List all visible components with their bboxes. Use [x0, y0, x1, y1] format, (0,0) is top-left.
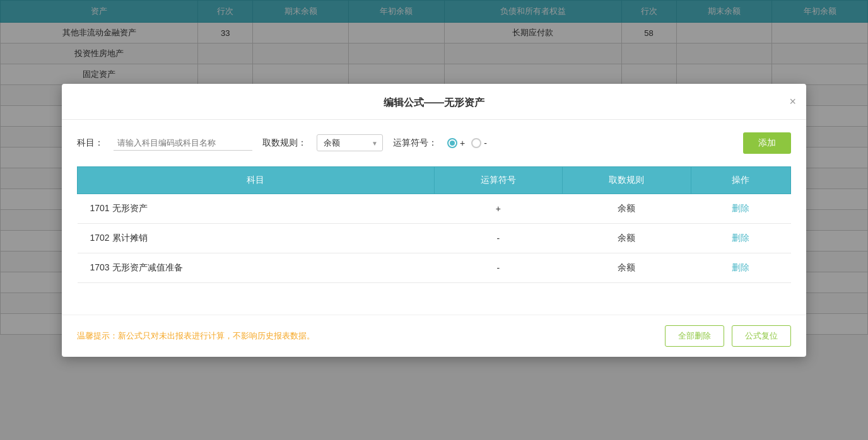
cell-action: 删除: [691, 253, 790, 282]
rule-select[interactable]: 余额 借方发生额 贷方发生额: [317, 134, 383, 151]
table-header-row: 科目 运算符号 取数规则 操作: [78, 166, 791, 194]
cell-action: 删除: [691, 223, 790, 253]
cell-subject: 1703 无形资产减值准备: [78, 253, 435, 282]
operator-label: 运算符号：: [393, 137, 437, 149]
delete-link[interactable]: 删除: [732, 203, 749, 213]
operator-plus-label: +: [460, 138, 465, 148]
cell-action: 删除: [691, 194, 790, 223]
modal-footer: 温馨提示：新公式只对未出报表进行计算，不影响历史报表数据。 全部删除 公式复位: [62, 315, 806, 357]
operator-minus-circle[interactable]: [471, 138, 481, 148]
table-row: 1703 无形资产减值准备-余额删除: [78, 253, 791, 282]
col-header-subject: 科目: [78, 166, 435, 194]
operator-plus-radio[interactable]: +: [447, 138, 465, 148]
operator-minus-label: -: [484, 138, 487, 148]
operator-minus-radio[interactable]: -: [471, 138, 487, 148]
modal-title: 编辑公式——无形资产: [384, 97, 484, 108]
cell-rule: 余额: [563, 253, 691, 282]
rule-label: 取数规则：: [262, 137, 307, 149]
cell-subject: 1701 无形资产: [78, 194, 435, 223]
col-header-operator: 运算符号: [434, 166, 563, 194]
modal-overlay: 编辑公式——无形资产 × 科目： 取数规则： 余额 借方发生额 贷方发生额 ▼ …: [0, 0, 868, 440]
delete-all-button[interactable]: 全部删除: [665, 325, 724, 347]
add-button[interactable]: 添加: [743, 132, 791, 154]
subject-input[interactable]: [114, 136, 252, 151]
cell-rule: 余额: [563, 194, 691, 223]
cell-operator: +: [434, 194, 563, 223]
subject-label: 科目：: [77, 137, 103, 149]
cell-operator: -: [434, 253, 563, 282]
modal-dialog: 编辑公式——无形资产 × 科目： 取数规则： 余额 借方发生额 贷方发生额 ▼ …: [62, 84, 806, 357]
footer-tip: 温馨提示：新公式只对未出报表进行计算，不影响历史报表数据。: [77, 330, 315, 342]
rule-select-wrap: 余额 借方发生额 贷方发生额 ▼: [317, 134, 383, 151]
modal-close-button[interactable]: ×: [789, 96, 796, 107]
reset-formula-button[interactable]: 公式复位: [732, 325, 791, 347]
modal-header: 编辑公式——无形资产 ×: [62, 84, 806, 120]
col-header-action: 操作: [691, 166, 790, 194]
formula-form-row: 科目： 取数规则： 余额 借方发生额 贷方发生额 ▼ 运算符号： +: [77, 132, 791, 154]
cell-operator: -: [434, 223, 563, 253]
cell-subject: 1702 累计摊销: [78, 223, 435, 253]
cell-rule: 余额: [563, 223, 691, 253]
operator-plus-circle[interactable]: [447, 138, 457, 148]
table-row: 1702 累计摊销-余额删除: [78, 223, 791, 253]
operator-radio-group: + -: [447, 138, 487, 148]
table-row: 1701 无形资产+余额删除: [78, 194, 791, 223]
delete-link[interactable]: 删除: [732, 262, 749, 272]
col-header-rule: 取数规则: [563, 166, 691, 194]
delete-link[interactable]: 删除: [732, 233, 749, 243]
footer-buttons: 全部删除 公式复位: [665, 325, 791, 347]
formula-table: 科目 运算符号 取数规则 操作 1701 无形资产+余额删除1702 累计摊销-…: [77, 166, 791, 283]
modal-body: 科目： 取数规则： 余额 借方发生额 贷方发生额 ▼ 运算符号： +: [62, 120, 806, 315]
